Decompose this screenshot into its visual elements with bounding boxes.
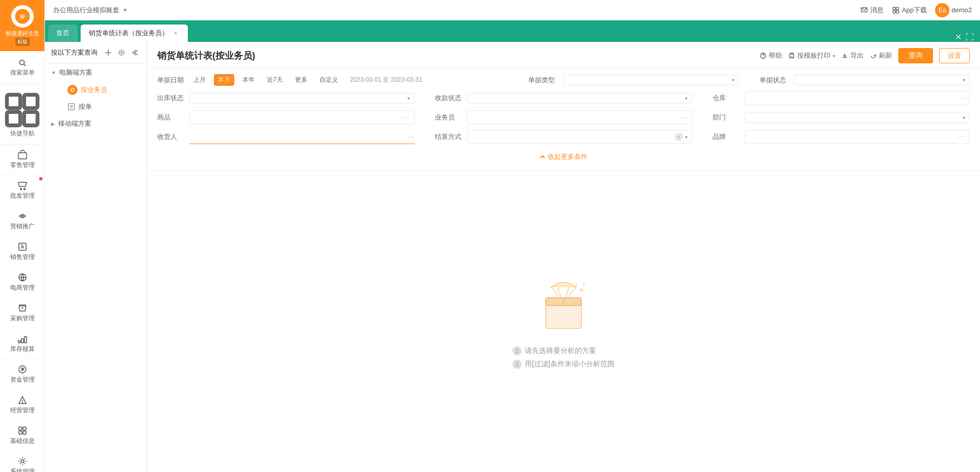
sidebar-item-retail[interactable]: 零售管理	[0, 145, 44, 175]
sidebar-item-marketing[interactable]: 营销推广	[0, 206, 44, 237]
tab-active[interactable]: 销货单统计表（按业务员） ×	[81, 25, 188, 42]
messages-button[interactable]: 消息	[860, 6, 884, 15]
sidebar-item-basic[interactable]: 基础信息	[0, 420, 44, 451]
date-btn-thisyear[interactable]: 本年	[238, 74, 259, 86]
goods-label: 商品	[157, 113, 185, 122]
date-filter-buttons: 上月 本月 本年 近7天 更多 自定义 2023-03-01 至 2023-03…	[189, 74, 422, 86]
svg-point-23	[22, 403, 22, 403]
tree-arrow-mobile[interactable]: ▶	[51, 121, 55, 127]
app-download-button[interactable]: App下载	[892, 6, 927, 15]
tree-arrow-pc[interactable]: ▼	[51, 70, 56, 76]
filter-goods: 商品 ···	[157, 110, 414, 125]
dept-select[interactable]: ▾	[745, 112, 970, 123]
logo-text: 畅捷通好生意	[6, 30, 39, 37]
sidebar-item-inventory[interactable]: 库存核算	[0, 328, 44, 359]
staff-dots[interactable]: ···	[681, 113, 688, 122]
settlement-select[interactable]: × ▾	[467, 130, 692, 144]
edit-scheme-button[interactable]	[116, 47, 127, 58]
settlement-clear-button[interactable]: ×	[675, 133, 683, 141]
sidebar-item-system[interactable]: 系统管理	[0, 451, 44, 472]
data-area: 1 请先选择要分析的方案 2 用[过滤]条件来缩小分析范围	[147, 171, 980, 472]
goods-dots[interactable]: ···	[403, 113, 410, 122]
filter-area: 单据日期 上月 本月 本年 近7天 更多 自定义 2023-03-01 至 20…	[147, 68, 980, 171]
out-status-select[interactable]: ▾	[189, 93, 414, 104]
warehouse-dots[interactable]: ···	[959, 93, 965, 103]
svg-rect-12	[19, 243, 26, 250]
sidebar-item-operations[interactable]: 经营管理	[0, 390, 44, 420]
topbar-left: 办公用品行业模拟账套 ▾	[53, 6, 127, 15]
pay-status-label: 收款状态	[435, 93, 463, 103]
svg-point-9	[20, 188, 21, 190]
tree-mobile-section[interactable]: ▶ 移动端方案	[45, 115, 146, 132]
doc-status-arrow: ▾	[963, 77, 965, 83]
svg-rect-19	[21, 339, 23, 343]
topbar: 办公用品行业模拟账套 ▾ 消息 App下载 Ea demo2	[45, 0, 980, 20]
settings-button[interactable]: 设置	[939, 48, 970, 63]
svg-rect-7	[24, 112, 37, 126]
filter-date: 单据日期 上月 本月 本年 近7天 更多 自定义 2023-03-01 至 20…	[157, 74, 508, 86]
page-actions: 帮助 按模板打印 ▾ 导出 刷新	[760, 51, 892, 60]
industry-name: 办公用品行业模拟账套	[53, 6, 119, 15]
collapse-panel-button[interactable]	[129, 47, 140, 58]
tree-item-by-staff[interactable]: 按业务员	[53, 81, 146, 99]
export-button[interactable]: 导出	[841, 51, 864, 60]
collapse-filter-button[interactable]: 收起更多条件	[157, 149, 970, 164]
date-btn-more[interactable]: 更多	[291, 74, 311, 86]
user-avatar-area[interactable]: Ea demo2	[935, 3, 972, 17]
sidebar-logo[interactable]: 好 畅捷通好生意 标版	[0, 0, 44, 51]
goods-select[interactable]: ···	[189, 110, 414, 125]
tab-home[interactable]: 首页	[48, 25, 78, 42]
tree-item-by-order[interactable]: 按单	[53, 99, 146, 115]
tabs-window-controls: ✕ ⛶	[955, 32, 980, 42]
tip-text-2: 用[过滤]条件来缩小分析范围	[525, 360, 615, 369]
sidebar-item-purchase[interactable]: 采购管理	[0, 298, 44, 328]
sidebar-item-wholesale[interactable]: 批发管理	[0, 175, 44, 206]
help-button[interactable]: 帮助	[760, 51, 782, 60]
brand-dots[interactable]: ···	[959, 132, 965, 141]
sidebar-item-ecommerce[interactable]: 电商管理	[0, 267, 44, 298]
logo-subtext: 标版	[15, 38, 30, 46]
tab-close-button[interactable]: ×	[172, 29, 180, 37]
main-area: 办公用品行业模拟账套 ▾ 消息 App下载 Ea demo2 首页 销货单统计表…	[45, 0, 980, 472]
date-btn-last7[interactable]: 近7天	[263, 74, 287, 86]
svg-rect-4	[7, 95, 20, 108]
svg-rect-25	[23, 427, 26, 430]
sidebar-nav: 零售管理 批发管理 营销推广 销售管理 电商管理 采购管理 库存核算	[0, 145, 44, 472]
refresh-button[interactable]: 刷新	[870, 51, 892, 60]
date-range-display: 2023-03-01 至 2023-03-31	[350, 76, 422, 84]
date-btn-thismonth[interactable]: 本月	[214, 74, 234, 86]
tree-pc-section[interactable]: ▼ 电脑端方案	[45, 64, 146, 81]
doc-status-select[interactable]: ▾	[794, 75, 970, 85]
sidebar-quicknav-section: 快捷导航	[0, 85, 44, 145]
quicknav-button[interactable]: 快捷导航	[3, 88, 41, 141]
left-panel-header: 按以下方案查询	[45, 42, 146, 64]
search-menu-button[interactable]: 搜索菜单	[3, 55, 41, 80]
sidebar-item-sales[interactable]: 销售管理	[0, 237, 44, 267]
add-scheme-button[interactable]	[103, 47, 114, 58]
brand-select[interactable]: ···	[745, 130, 970, 144]
out-status-arrow: ▾	[407, 96, 410, 101]
warehouse-label: 仓库	[713, 93, 741, 103]
svg-rect-20	[24, 337, 27, 343]
print-button[interactable]: 按模板打印 ▾	[788, 51, 835, 60]
window-close-icon[interactable]: ✕	[955, 32, 962, 42]
dept-label: 部门	[713, 113, 741, 122]
window-expand-icon[interactable]: ⛶	[966, 33, 974, 42]
filter-staff: 业务员 ···	[435, 110, 692, 125]
filter-brand: 品牌 ···	[713, 130, 970, 144]
sidebar-item-finance[interactable]: 资金管理	[0, 359, 44, 390]
pay-status-select[interactable]: ▾	[467, 93, 692, 104]
doc-type-select[interactable]: ▾	[563, 75, 739, 85]
receiver-dots[interactable]: ···	[408, 132, 414, 141]
doc-status-label: 单据状态	[760, 76, 790, 85]
topbar-right: 消息 App下载 Ea demo2	[860, 3, 972, 17]
receiver-input[interactable]	[189, 133, 406, 140]
staff-select[interactable]: ···	[467, 110, 692, 125]
industry-dropdown-icon[interactable]: ▾	[124, 6, 127, 14]
settlement-label: 结算方式	[435, 132, 463, 141]
warehouse-select[interactable]: ···	[745, 91, 970, 105]
filter-doc-type: 单据类型 ▾	[528, 75, 739, 85]
query-button[interactable]: 查询	[898, 48, 933, 63]
date-btn-custom[interactable]: 自定义	[315, 74, 342, 86]
date-btn-lastmonth[interactable]: 上月	[189, 74, 210, 86]
